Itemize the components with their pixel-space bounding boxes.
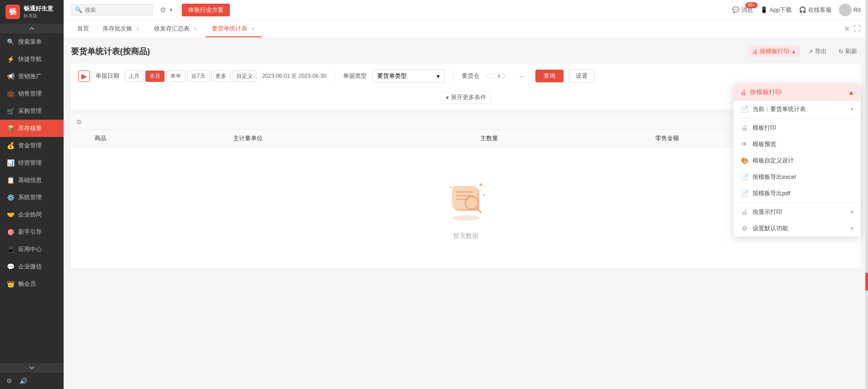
date-range-display: 2023-06-01 至 2023-06-30 [262,72,326,80]
date-btn-custom[interactable]: 自定义 [232,71,257,82]
topbar-app-download[interactable]: 📱 App下载 [760,6,792,14]
target-icon: 🎯 [6,228,15,236]
topbar-online-service[interactable]: 🎧 在线客服 [799,6,832,14]
dropdown-export-pdf[interactable]: 📄 按模板导出pdf [733,185,861,202]
type-filter-label: 单据类型 [343,72,367,80]
svg-point-9 [450,187,452,188]
sidebar-item-wechat[interactable]: 💬 企业微信 [0,258,64,275]
tab-home-label: 首页 [77,25,89,33]
sidebar-item-inventory[interactable]: 📦 库存核算 [0,120,64,137]
lightning-icon: ⚡ [6,55,15,63]
megaphone-icon: 📢 [6,72,15,81]
date-btn-prev-month[interactable]: 上月 [125,71,144,82]
filter-row-date: ▶ 单据日期 上月 本月 本年 近7天 更多 自定义 2023-06-01 至 … [78,69,853,83]
type-selector[interactable]: 要货单类型 ▾ [372,70,445,82]
print-dropdown-close-icon[interactable]: ▲ [848,89,854,96]
industry-btn[interactable]: 体验行业方案 [182,4,230,16]
svg-point-7 [467,198,476,207]
dropdown-separator-1 [733,118,861,119]
date-btn-more[interactable]: 更多 [211,71,230,82]
topbar-nav-dropdown-icon[interactable]: ▾ [170,6,173,13]
warehouse-selector[interactable]: ▾ [487,74,505,78]
dropdown-separator-2 [733,202,861,203]
default-func-icon: ⚙ [741,225,748,232]
topbar: 🔍 ⚙ ▾ 体验行业方案 💬 消息 99+ 📱 App下载 🎧 在线客服 [64,0,868,20]
expand-more-btn[interactable]: ▾ 展开更多条件 [441,91,491,104]
page-header: 要货单统计表(按商品) 🖨 按模板打印 ▲ ↗ 导出 ↻ 刷新 [71,45,861,57]
sidebar-item-purchase[interactable]: 🛒 采购管理 [0,102,64,120]
export-btn[interactable]: ↗ 导出 [804,45,830,57]
handshake-icon: 🤝 [6,211,15,219]
chart-icon: 📊 [6,159,15,167]
print-template-btn[interactable]: 🖨 按模板打印 ▲ [748,45,800,57]
sidebar-item-collab[interactable]: 🤝 企业协同 [0,206,64,223]
tab-inventory-batch[interactable]: 库存批次账 × [96,21,147,37]
print-dropdown-title-area: 🖨 按模板打印 [740,88,782,96]
app-logo-text: 畅通好生意 标准版 [24,5,53,19]
topbar-settings-icon[interactable]: ⚙ [160,6,166,14]
ellipsis-btn[interactable]: ··· [516,71,528,81]
sidebar-scroll-down[interactable] [0,363,64,372]
dropdown-export-pdf-left: 📄 按模板导出pdf [741,189,790,197]
printer-item-icon: 🖨 [741,124,748,131]
clipboard-icon: 📋 [6,176,15,184]
tab-order-stats-close[interactable]: × [250,25,255,32]
page-title: 要货单统计表(按商品) [71,46,150,57]
tab-order-stats[interactable]: 要货单统计表 × [205,21,262,37]
warehouse-filter-label: 要货仓 [462,72,479,80]
dropdown-default-func[interactable]: ⚙ 设置默认功能 ▾ [733,220,861,237]
window-close-btn[interactable]: ✕ [844,25,850,33]
dropdown-template-preview-left: 👁 模板预览 [741,140,776,148]
dropdown-current-template-left: 📄 当前：要货单统计表 [741,105,806,113]
tab-collection-summary-label: 收发存汇总表 [154,25,190,33]
svg-point-10 [479,183,482,186]
date-btn-current-year[interactable]: 本年 [166,71,185,82]
sidebar-item-finance[interactable]: 💰 资金管理 [0,137,64,154]
user-avatar [839,4,852,16]
right-scrollbar[interactable] [865,0,868,389]
tab-collection-summary[interactable]: 收发存汇总表 × [148,21,204,37]
settings-icon[interactable]: ⚙ [6,377,12,384]
money-icon: 💰 [6,141,15,150]
main-content: 🔍 ⚙ ▾ 体验行业方案 💬 消息 99+ 📱 App下载 🎧 在线客服 [64,0,868,389]
sidebar-item-operation[interactable]: 📊 经营管理 [0,154,64,172]
scrollbar-thumb [865,273,868,291]
tab-home[interactable]: 首页 [71,21,95,37]
filter-expand-icon[interactable]: ▶ [78,71,90,82]
dropdown-template-custom[interactable]: 🎨 模板自定义设计 [733,152,861,169]
dropdown-display-print[interactable]: 🖨 按显示打印 ▾ [733,204,861,220]
sidebar-scroll-up[interactable] [0,24,64,33]
refresh-btn[interactable]: ↻ 刷新 [835,45,861,57]
topbar-search-box[interactable]: 🔍 [71,4,153,15]
sidebar-bottom: ⚙ 🔊 [0,372,64,389]
sidebar-item-apps[interactable]: 📱 应用中心 [0,241,64,258]
sidebar-item-guide[interactable]: 🎯 新手引导 [0,223,64,241]
sidebar-item-basic[interactable]: 📋 基础信息 [0,172,64,189]
topbar-search-input[interactable] [85,7,140,13]
settings-filter-btn[interactable]: 设置 [569,69,594,83]
query-btn[interactable]: 查询 [535,70,564,82]
dropdown-export-excel[interactable]: 📄 按模板导出excel [733,169,861,185]
dropdown-template-print-left: 🖨 模板打印 [741,124,776,132]
window-expand-btn[interactable]: ⛶ [853,25,861,33]
dropdown-current-template[interactable]: 📄 当前：要货单统计表 ▾ [733,101,861,117]
tab-collection-summary-close[interactable]: × [192,25,198,32]
sidebar-item-system[interactable]: ⚙️ 系统管理 [0,189,64,206]
topbar-messages[interactable]: 💬 消息 99+ [732,6,753,14]
sidebar-item-marketing[interactable]: 📢 营销推广 [0,68,64,85]
dropdown-template-print[interactable]: 🖨 模板打印 [733,120,861,136]
printer-icon: 🖨 [752,48,758,55]
table-settings-icon[interactable]: ⚙ [76,118,82,126]
date-btn-last-7[interactable]: 近7天 [187,71,210,82]
sidebar-item-search[interactable]: 🔍 搜索菜单 [0,33,64,51]
sound-icon[interactable]: 🔊 [20,377,27,384]
dropdown-template-preview[interactable]: 👁 模板预览 [733,136,861,152]
sidebar-item-quick-nav[interactable]: ⚡ 快捷导航 [0,51,64,68]
tab-inventory-batch-close[interactable]: × [135,25,140,32]
service-icon: 🎧 [799,6,806,13]
sidebar-item-member[interactable]: 👑 畅会员 [0,275,64,293]
print-dropdown-header[interactable]: 🖨 按模板打印 ▲ [733,84,861,101]
sidebar-item-sales[interactable]: 💼 销售管理 [0,85,64,102]
topbar-user[interactable]: Rit [839,4,861,16]
date-btn-current-month[interactable]: 本月 [145,71,165,82]
